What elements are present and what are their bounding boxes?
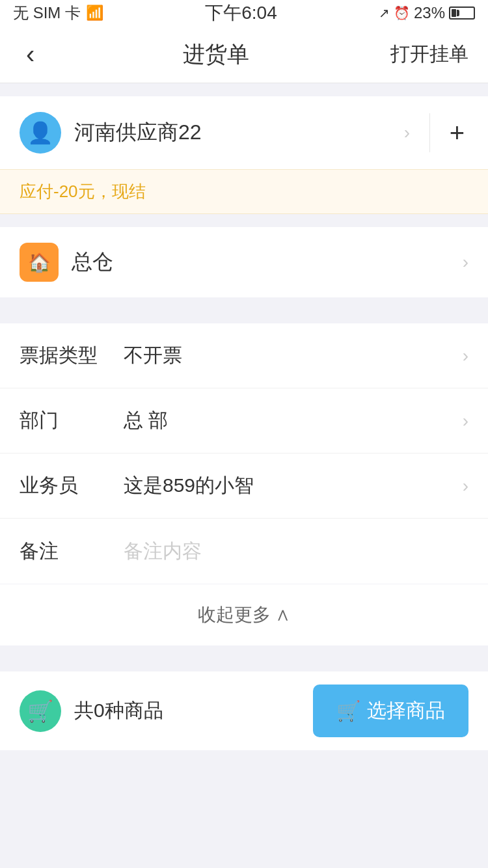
- cart-icon: 🛒: [27, 699, 53, 724]
- supplier-section: 👤 河南供应商22 › + 应付-20元，现结: [0, 96, 488, 214]
- supplier-arrow-icon: ›: [404, 122, 410, 143]
- department-value: 总 部: [111, 407, 463, 434]
- department-label: 部门: [20, 407, 111, 434]
- status-left: 无 SIM 卡 📶: [13, 3, 103, 23]
- alarm-icon: ⏰: [394, 5, 410, 21]
- section-gap-4: [0, 645, 488, 658]
- department-arrow-icon: ›: [463, 411, 468, 431]
- warehouse-name: 总仓: [72, 248, 463, 277]
- form-section: 票据类型 不开票 › 部门 总 部 › 业务员 这是859的小智 › 备注 备注…: [0, 323, 488, 584]
- warehouse-icon-bg: 🏠: [20, 243, 59, 282]
- status-right: ↗ ⏰ 23%: [379, 4, 475, 22]
- invoice-row[interactable]: 票据类型 不开票 ›: [0, 323, 488, 388]
- page-title: 进货单: [183, 40, 249, 70]
- invoice-label: 票据类型: [20, 342, 111, 369]
- select-product-label: 选择商品: [367, 698, 445, 724]
- select-cart-icon: 🛒: [336, 699, 360, 722]
- bottom-bar: 🛒 共0种商品 🛒 选择商品: [0, 671, 488, 750]
- department-row[interactable]: 部门 总 部 ›: [0, 388, 488, 454]
- location-icon: ↗: [379, 5, 390, 21]
- notice-bar: 应付-20元，现结: [0, 169, 488, 214]
- product-icon-bg: 🛒: [20, 690, 61, 732]
- section-gap-1: [0, 83, 488, 96]
- supplier-row[interactable]: 👤 河南供应商22 › +: [0, 96, 488, 169]
- home-icon: 🏠: [28, 252, 51, 273]
- wifi-icon: 📶: [86, 5, 103, 21]
- supplier-avatar: 👤: [20, 112, 61, 154]
- add-supplier-button[interactable]: +: [429, 113, 468, 152]
- salesperson-row[interactable]: 业务员 这是859的小智 ›: [0, 454, 488, 519]
- select-product-button[interactable]: 🛒 选择商品: [313, 685, 468, 737]
- salesperson-label: 业务员: [20, 472, 111, 499]
- person-icon: 👤: [27, 120, 53, 145]
- warehouse-section: 🏠 总仓 ›: [0, 227, 488, 297]
- battery-icon: [449, 7, 475, 20]
- salesperson-arrow-icon: ›: [463, 476, 468, 496]
- warehouse-row[interactable]: 🏠 总仓 ›: [0, 227, 488, 297]
- nav-bar: ‹ 进货单 打开挂单: [0, 26, 488, 83]
- status-time: 下午6:04: [205, 1, 277, 25]
- back-button[interactable]: ‹: [20, 33, 41, 75]
- invoice-arrow-icon: ›: [463, 346, 468, 366]
- remark-row[interactable]: 备注 备注内容: [0, 519, 488, 584]
- warehouse-arrow-icon: ›: [463, 252, 468, 273]
- battery-label: 23%: [414, 4, 445, 22]
- supplier-name: 河南供应商22: [74, 118, 404, 147]
- carrier-label: 无 SIM 卡: [13, 3, 81, 23]
- salesperson-value: 这是859的小智: [111, 472, 463, 499]
- remark-label: 备注: [20, 538, 111, 565]
- section-gap-2: [0, 214, 488, 227]
- remark-placeholder: 备注内容: [111, 538, 468, 565]
- status-bar: 无 SIM 卡 📶 下午6:04 ↗ ⏰ 23%: [0, 0, 488, 26]
- collapse-button[interactable]: 收起更多 ∧: [0, 584, 488, 645]
- product-count-label: 共0种商品: [74, 698, 313, 724]
- invoice-value: 不开票: [111, 342, 463, 369]
- open-pending-button[interactable]: 打开挂单: [390, 41, 468, 68]
- notice-text: 应付-20元，现结: [20, 182, 146, 201]
- section-gap-3: [0, 297, 488, 310]
